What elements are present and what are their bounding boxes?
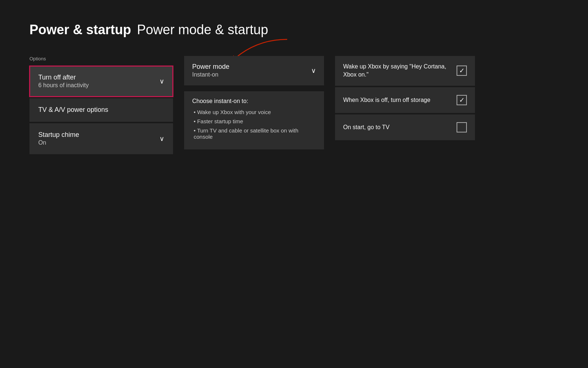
checkbox-turn-off-storage[interactable]: When Xbox is off, turn off storage ✓: [335, 87, 475, 113]
option-startup-chime-text: Startup chime On: [38, 131, 79, 147]
power-mode-label: Power mode: [192, 63, 229, 71]
page-title-light: Power mode & startup: [137, 22, 268, 38]
content-row: Options Turn off after 6 hours of inacti…: [29, 56, 559, 156]
power-mode-value: Instant-on: [192, 71, 229, 79]
option-startup-chime-subtitle: On: [38, 139, 79, 147]
options-column: Options Turn off after 6 hours of inacti…: [29, 56, 173, 156]
bullet-dot-2: •: [194, 118, 197, 124]
option-startup-chime-title: Startup chime: [38, 131, 79, 139]
checkbox-turn-off-storage-box[interactable]: ✓: [457, 95, 467, 105]
checkbox-wake-cortana-box[interactable]: ✓: [457, 66, 467, 76]
power-mode-bullet-1: • Wake up Xbox with your voice: [192, 109, 316, 115]
chevron-down-icon-2: ∨: [159, 135, 164, 143]
checkbox-wake-cortana-label: Wake up Xbox by saying "Hey Cortana, Xbo…: [343, 63, 457, 79]
power-mode-bullet-3: • Turn TV and cable or satellite box on …: [192, 127, 316, 140]
option-startup-chime[interactable]: Startup chime On ∨: [29, 123, 173, 154]
checkboxes-column: Wake up Xbox by saying "Hey Cortana, Xbo…: [335, 56, 475, 142]
option-turn-off-after-title: Turn off after: [38, 73, 89, 82]
checkmark-wake-cortana: ✓: [459, 67, 465, 74]
page-header: Power & startup Power mode & startup: [29, 22, 559, 38]
checkbox-go-to-tv-label: On start, go to TV: [343, 123, 457, 131]
bullet-text-1: Wake up Xbox with your voice: [197, 109, 271, 115]
checkbox-wake-cortana[interactable]: Wake up Xbox by saying "Hey Cortana, Xbo…: [335, 56, 475, 86]
option-tv-av-title: TV & A/V power options: [38, 106, 108, 114]
power-mode-column: Power mode Instant-on ∨ Choose instant-o…: [184, 56, 324, 149]
checkbox-go-to-tv[interactable]: On start, go to TV: [335, 114, 475, 140]
checkbox-go-to-tv-box[interactable]: [457, 122, 467, 132]
checkmark-turn-off-storage: ✓: [459, 97, 465, 103]
chevron-down-icon: ∨: [159, 77, 164, 85]
bullet-text-3: Turn TV and cable or satellite box on wi…: [194, 127, 298, 140]
power-mode-info-title: Choose instant-on to:: [192, 98, 316, 105]
page-title-bold: Power & startup: [29, 22, 131, 38]
option-tv-av-text: TV & A/V power options: [38, 106, 108, 114]
page-container: Power & startup Power mode & startup Opt…: [0, 0, 588, 178]
option-tv-av-power[interactable]: TV & A/V power options: [29, 98, 173, 121]
option-turn-off-after[interactable]: Turn off after 6 hours of inactivity ∨: [29, 66, 173, 97]
power-mode-dropdown[interactable]: Power mode Instant-on ∨: [184, 56, 324, 85]
power-mode-text: Power mode Instant-on: [192, 63, 229, 79]
power-mode-info: Choose instant-on to: • Wake up Xbox wit…: [184, 91, 324, 149]
checkbox-turn-off-storage-label: When Xbox is off, turn off storage: [343, 96, 457, 104]
power-mode-bullet-2: • Faster startup time: [192, 118, 316, 124]
bullet-dot-3: •: [194, 127, 197, 134]
option-turn-off-after-subtitle: 6 hours of inactivity: [38, 82, 89, 89]
option-turn-off-after-text: Turn off after 6 hours of inactivity: [38, 73, 89, 89]
bullet-text-2: Faster startup time: [197, 118, 243, 124]
chevron-down-icon-3: ∨: [311, 67, 316, 75]
bullet-dot-1: •: [194, 109, 197, 115]
options-section-label: Options: [29, 56, 173, 61]
